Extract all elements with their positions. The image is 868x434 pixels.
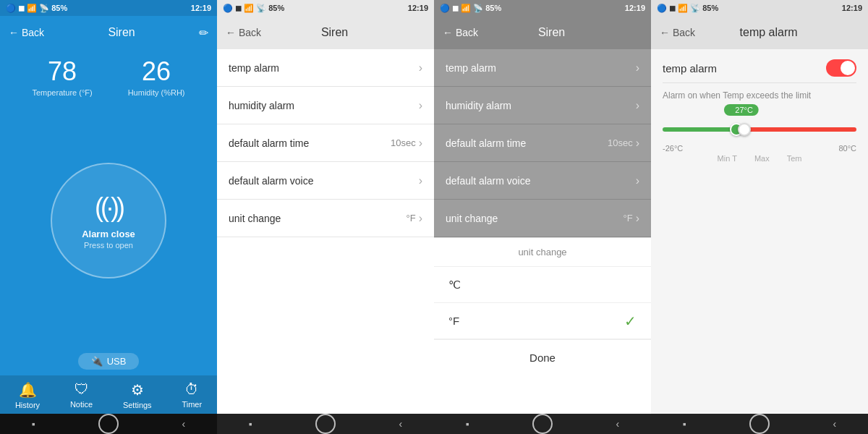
sub-label-max: Max <box>754 154 770 163</box>
check-icon: ✓ <box>624 312 637 330</box>
status-time-2: 12:19 <box>408 4 428 12</box>
back-label-3: Back <box>456 27 478 38</box>
android-back-3[interactable]: ‹ <box>616 418 620 430</box>
edit-icon-1[interactable]: ✏ <box>199 26 208 40</box>
menu-alarm-voice-3[interactable]: default alarm voice › <box>434 162 651 200</box>
android-back-2[interactable]: ‹ <box>399 418 403 430</box>
nav-settings[interactable]: ⚙ Settings <box>123 381 152 409</box>
menu-temp-alarm-right-3: › <box>636 61 639 75</box>
menu-humidity-alarm-right: › <box>419 99 422 112</box>
slider-thumb-max[interactable] <box>738 123 751 136</box>
status-time-1: 12:19 <box>191 4 211 12</box>
menu-alarm-time-label-3: default alarm time <box>446 137 526 149</box>
android-back-1[interactable]: ‹ <box>182 418 186 430</box>
slider-sub-labels: Min T Max Tem <box>663 154 856 163</box>
back-button-2[interactable]: ← Back <box>226 27 261 38</box>
nav-timer[interactable]: ⏱ Timer <box>182 381 202 409</box>
sub-label-tem: Tem <box>787 154 802 163</box>
android-square-1[interactable]: ▪ <box>32 418 35 430</box>
android-home-1[interactable] <box>98 414 119 434</box>
menu-unit-change[interactable]: unit change °F › <box>217 200 434 237</box>
temp-alarm-toggle[interactable] <box>826 59 856 77</box>
temp-label: Temperature (°F) <box>32 88 92 97</box>
chevron-unit: › <box>419 212 422 225</box>
menu-list-2: temp alarm › humidity alarm › default al… <box>217 49 434 414</box>
bottom-nav-1: 🔔 History 🛡 Notice ⚙ Settings ⏱ Timer <box>0 375 217 414</box>
slider-max-label: 80°C <box>838 144 856 153</box>
menu-humidity-alarm[interactable]: humidity alarm › <box>217 87 434 124</box>
chevron-alarm-voice: › <box>419 174 422 187</box>
slider-track[interactable] <box>663 127 856 132</box>
android-square-2[interactable]: ▪ <box>249 418 252 430</box>
menu-temp-alarm-3[interactable]: temp alarm › <box>434 49 651 87</box>
nav-title-4: temp alarm <box>695 26 842 39</box>
usb-row: 🔌 USB <box>0 347 217 375</box>
android-square-4[interactable]: ▪ <box>683 418 686 430</box>
fahrenheit-label: °F <box>448 315 459 327</box>
bottom-sheet: unit change ℃ °F ✓ Done <box>434 237 651 414</box>
p4-row-header: temp alarm <box>663 49 856 83</box>
menu-alarm-time[interactable]: default alarm time 10sec › <box>217 124 434 162</box>
slider-area: 1 27°C -26°C 80°C Min T Max Tem <box>663 112 856 170</box>
nav-title-1: Siren <box>44 26 199 39</box>
panel-temp-alarm: 🔵 ◼ 📶 📡 85% 12:19 ← Back temp alarm temp… <box>651 0 868 434</box>
sheet-done-button[interactable]: Done <box>434 339 651 375</box>
android-bar-1: ▪ ‹ <box>0 414 217 434</box>
android-home-4[interactable] <box>749 414 770 434</box>
nav-notice[interactable]: 🛡 Notice <box>70 381 93 409</box>
temp-value: 78 <box>32 56 92 87</box>
back-arrow-1: ← <box>9 27 19 38</box>
back-arrow-2: ← <box>226 27 236 38</box>
alarm-time-value: 10sec <box>391 137 416 148</box>
menu-temp-alarm[interactable]: temp alarm › <box>217 49 434 87</box>
android-back-4[interactable]: ‹ <box>833 418 837 430</box>
menu-alarm-time-3[interactable]: default alarm time 10sec › <box>434 124 651 162</box>
menu-humidity-alarm-label-3: humidity alarm <box>446 100 511 111</box>
status-icons-left-3: 🔵 ◼ 📶 📡 85% <box>440 4 501 13</box>
back-label-1: Back <box>22 27 44 38</box>
menu-alarm-voice-label-3: default alarm voice <box>446 175 531 187</box>
notice-icon: 🛡 <box>75 381 89 398</box>
menu-alarm-voice[interactable]: default alarm voice › <box>217 162 434 200</box>
status-time-3: 12:19 <box>625 4 645 12</box>
usb-icon: 🔌 <box>91 356 103 367</box>
status-bar-3: 🔵 ◼ 📶 📡 85% 12:19 <box>434 0 651 16</box>
slider-container: 1 27°C <box>663 119 856 140</box>
menu-alarm-voice-right: › <box>419 174 422 187</box>
p4-content: temp alarm Alarm on when Temp exceeds th… <box>651 49 868 231</box>
alarm-sub: Press to open <box>84 241 133 250</box>
menu-alarm-time-right-3: 10sec › <box>608 137 639 150</box>
history-icon: 🔔 <box>19 381 37 399</box>
top-nav-4: ← Back temp alarm <box>651 16 868 49</box>
slider-wrapper: 1 27°C <box>663 127 856 132</box>
sheet-header-label: unit change <box>518 247 566 258</box>
alarm-area[interactable]: ((·)) Alarm close Press to open <box>0 101 217 347</box>
menu-temp-alarm-label: temp alarm <box>229 62 279 74</box>
sheet-option-celsius[interactable]: ℃ <box>434 267 651 303</box>
android-home-2[interactable] <box>315 414 336 434</box>
notice-label: Notice <box>70 400 93 409</box>
top-nav-3: ← Back Siren <box>434 16 651 49</box>
back-button-4[interactable]: ← Back <box>660 27 695 38</box>
android-home-3[interactable] <box>532 414 553 434</box>
timer-icon: ⏱ <box>184 381 199 398</box>
alarm-circle[interactable]: ((·)) Alarm close Press to open <box>51 163 166 278</box>
menu-temp-alarm-right: › <box>419 61 422 75</box>
menu-temp-alarm-label-3: temp alarm <box>446 62 496 74</box>
menu-list-3: temp alarm › humidity alarm › default al… <box>434 49 651 237</box>
alarm-status: Alarm close <box>82 229 135 239</box>
android-square-3[interactable]: ▪ <box>466 418 469 430</box>
sheet-option-fahrenheit[interactable]: °F ✓ <box>434 303 651 339</box>
back-button-1[interactable]: ← Back <box>9 27 44 38</box>
humidity-value: 26 <box>128 56 185 87</box>
panel-menu-sheet: 🔵 ◼ 📶 📡 85% 12:19 ← Back Siren temp alar… <box>434 0 651 434</box>
menu-humidity-alarm-3[interactable]: humidity alarm › <box>434 87 651 124</box>
back-arrow-3: ← <box>443 27 453 38</box>
back-label-4: Back <box>673 27 695 38</box>
usb-label: USB <box>107 356 127 367</box>
back-button-3[interactable]: ← Back <box>443 27 478 38</box>
chevron-humidity: › <box>419 99 422 112</box>
nav-history[interactable]: 🔔 History <box>15 381 40 409</box>
menu-unit-change-3[interactable]: unit change °F › <box>434 200 651 237</box>
temperature-sensor: 78 Temperature (°F) <box>32 56 92 97</box>
